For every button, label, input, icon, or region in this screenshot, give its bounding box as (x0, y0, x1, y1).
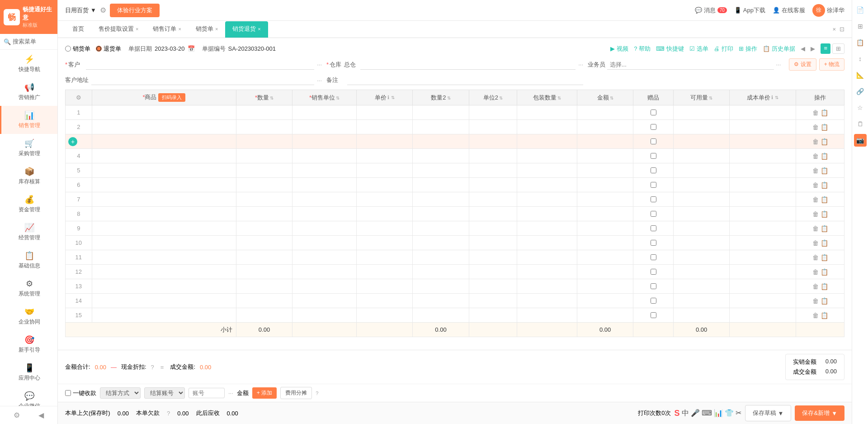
gift-cell[interactable] (633, 120, 674, 134)
copy-row-icon[interactable]: 📋 (821, 225, 828, 232)
right-btn-7[interactable]: ☆ (854, 101, 867, 114)
qty-sort-icon[interactable]: ⇅ (270, 95, 274, 100)
delete-row-icon[interactable]: 🗑 (812, 210, 819, 218)
sidebar-item-inventory[interactable]: 📦 库存核算 (0, 162, 57, 190)
product-cell[interactable] (92, 294, 236, 308)
scan-btn[interactable]: 扫码录入 (158, 93, 185, 102)
amount-cell[interactable] (577, 236, 633, 250)
pack-qty-cell[interactable] (517, 207, 577, 221)
unit2-cell[interactable] (469, 294, 517, 308)
sidebar-item-wechat[interactable]: 💬 企业微信 (0, 386, 57, 406)
gift-checkbox[interactable] (651, 298, 656, 304)
unit-price-cell[interactable] (357, 236, 413, 250)
delete-row-icon[interactable]: 🗑 (812, 254, 819, 261)
unit2-cell[interactable] (469, 308, 517, 323)
amount-cell[interactable] (577, 207, 633, 221)
available-cell[interactable] (674, 236, 730, 250)
gift-checkbox[interactable] (651, 254, 656, 260)
tab-home[interactable]: 首页 (65, 21, 91, 38)
col-settings-icon[interactable]: ⚙ (76, 94, 81, 101)
copy-row-icon[interactable]: 📋 (821, 283, 828, 290)
topbar-settings-icon[interactable]: ⚙ (100, 6, 106, 14)
taskbar-s-icon[interactable]: S (675, 409, 680, 418)
available-cell[interactable] (674, 134, 730, 149)
cost-price-cell[interactable] (730, 192, 796, 207)
product-cell[interactable] (92, 163, 236, 178)
product-cell[interactable] (92, 207, 236, 221)
cost-price-cell[interactable] (730, 308, 796, 323)
available-cell[interactable] (674, 120, 730, 134)
expense-split-btn[interactable]: 费用分摊 (280, 387, 312, 399)
qty2-cell[interactable] (413, 308, 469, 323)
customer-input[interactable] (86, 60, 314, 70)
qty2-sort-icon[interactable]: ⇅ (447, 95, 451, 100)
prev-record-icon[interactable]: ◀ (801, 45, 805, 52)
delete-row-icon[interactable]: 🗑 (812, 312, 819, 319)
settlement-method-select[interactable]: 结算方式 (100, 387, 141, 399)
gift-cell[interactable] (633, 265, 674, 279)
sales-unit-cell[interactable] (292, 250, 357, 265)
amount-cell[interactable] (577, 120, 633, 134)
save-dropdown-icon[interactable]: ▼ (831, 410, 837, 417)
gift-cell[interactable] (633, 192, 674, 207)
maximize-icon[interactable]: ⊡ (840, 26, 844, 33)
amount-cell[interactable] (577, 178, 633, 192)
billing-account-select[interactable]: 结算账号 (144, 387, 185, 399)
cost-sort-icon[interactable]: ⇅ (775, 95, 778, 100)
sales-unit-cell[interactable] (292, 207, 357, 221)
quantity-cell[interactable] (236, 236, 292, 250)
tab-sales-return[interactable]: 销货退货 × (225, 21, 268, 38)
sales-unit-cell[interactable] (292, 149, 357, 163)
gift-checkbox[interactable] (651, 283, 656, 289)
amount-cell[interactable] (577, 163, 633, 178)
amount-cell[interactable] (577, 294, 633, 308)
qty2-cell[interactable] (413, 265, 469, 279)
pack-qty-cell[interactable] (517, 120, 577, 134)
gift-checkbox[interactable] (651, 211, 656, 217)
draft-dropdown-icon[interactable]: ▼ (778, 410, 784, 417)
available-cell[interactable] (674, 294, 730, 308)
gift-cell[interactable] (633, 279, 674, 294)
amount-cell[interactable] (577, 221, 633, 236)
user-menu[interactable]: 徐 徐泽华 (812, 4, 844, 17)
gift-checkbox[interactable] (651, 138, 656, 144)
tab-close-order[interactable]: × (178, 26, 181, 32)
video-btn[interactable]: ▶ 视频 (610, 45, 628, 53)
billing-account-input[interactable] (189, 388, 225, 398)
sales-unit-cell[interactable] (292, 192, 357, 207)
available-cell[interactable] (674, 207, 730, 221)
available-cell[interactable] (674, 163, 730, 178)
sidebar-item-operations[interactable]: 📈 经营管理 (0, 218, 57, 246)
right-btn-3[interactable]: 📋 (854, 36, 867, 49)
product-cell[interactable] (92, 308, 236, 323)
salesperson-input[interactable] (607, 60, 774, 70)
unit2-cell[interactable] (469, 163, 517, 178)
add-logistics-btn[interactable]: + 物流 (819, 58, 844, 71)
cost-price-cell[interactable] (730, 120, 796, 134)
pack-sort-icon[interactable]: ⇅ (557, 95, 561, 100)
sales-unit-cell[interactable] (292, 308, 357, 323)
amount-sort-icon[interactable]: ⇅ (610, 95, 613, 100)
message-btn[interactable]: 💬 消息 70 (695, 6, 727, 14)
quantity-cell[interactable] (236, 308, 292, 323)
shortcuts-btn[interactable]: ⌨ 快捷键 (656, 45, 684, 53)
pack-qty-cell[interactable] (517, 279, 577, 294)
cost-price-cell[interactable] (730, 265, 796, 279)
copy-row-icon[interactable]: 📋 (821, 268, 828, 276)
quantity-cell[interactable] (236, 221, 292, 236)
delete-row-icon[interactable]: 🗑 (812, 283, 819, 290)
pack-qty-cell[interactable] (517, 134, 577, 149)
quantity-cell[interactable] (236, 163, 292, 178)
available-cell[interactable] (674, 178, 730, 192)
gift-cell[interactable] (633, 105, 674, 120)
print-btn[interactable]: 🖨 打印 (714, 45, 733, 53)
delete-row-icon[interactable]: 🗑 (812, 239, 819, 247)
pack-qty-cell[interactable] (517, 294, 577, 308)
right-btn-6[interactable]: 🔗 (854, 85, 867, 98)
current-debt-help[interactable]: ? (167, 410, 170, 417)
unit2-cell[interactable] (469, 236, 517, 250)
unit-price-cell[interactable] (357, 178, 413, 192)
quantity-cell[interactable] (236, 207, 292, 221)
gift-cell[interactable] (633, 308, 674, 323)
product-cell[interactable] (92, 236, 236, 250)
